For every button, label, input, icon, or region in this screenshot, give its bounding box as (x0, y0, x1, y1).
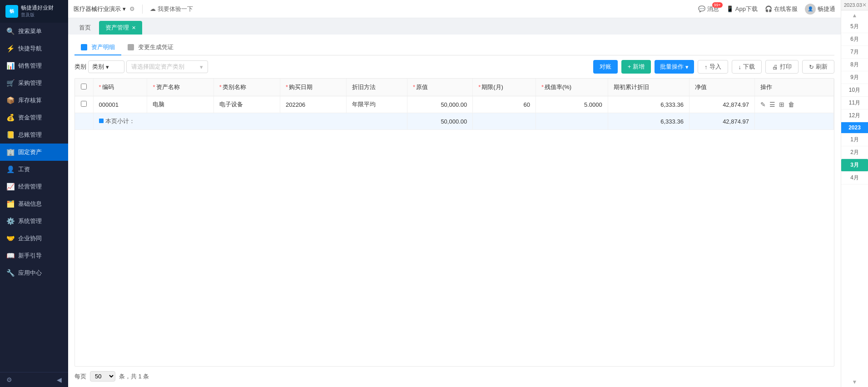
filter-select-box[interactable]: 类别 ▾ (88, 60, 124, 73)
sidebar-nav: 🔍搜索菜单⚡快捷导航📊销售管理🛒采购管理📦库存核算💰资金管理📒总账管理🏢固定资产… (0, 23, 68, 372)
settings-gear-icon[interactable]: ⚙ (129, 5, 135, 12)
subtotal-row: 本页小计： 50,000.00 6,333.36 42,874.97 (75, 113, 834, 130)
message-btn[interactable]: 💬 消息 99+ (698, 5, 719, 13)
filter-placeholder: 请选择固定资产类别 (131, 63, 184, 71)
sidebar-item-基础信息[interactable]: 🗂️基础信息 (0, 195, 68, 213)
cell-name: 电脑 (147, 96, 213, 113)
batch-btn[interactable]: 批量操作 ▾ (655, 60, 694, 74)
content-area: 资产明细 变更生成凭证 类别 类别 ▾ 请选择固定资产类别 ▾ (68, 35, 841, 387)
sidebar-item-企业协同[interactable]: 🤝企业协同 (0, 230, 68, 247)
tab-home[interactable]: 首页 (73, 21, 97, 35)
sidebar-header: 畅 畅捷通好业财 普及版 (0, 0, 68, 23)
user-name: 畅捷通 (818, 5, 835, 13)
sidebar-item-系统管理[interactable]: ⚙️系统管理 (0, 213, 68, 230)
subtotal-residual (536, 113, 608, 130)
sidebar-item-经营管理[interactable]: 📈经营管理 (0, 178, 68, 195)
select-all-checkbox[interactable] (81, 84, 87, 89)
scroll-down-arrow[interactable]: ▼ (841, 377, 868, 387)
subtotal-label: 本页小计： (93, 113, 407, 130)
calendar-month[interactable]: 1月 (841, 134, 868, 146)
nav-label: 新手引导 (18, 252, 42, 260)
topbar: 医疗器械行业演示 ▾ ⚙ ☁ 我要体验一下 💬 消息 99+ 📱 App下载 🎧… (68, 0, 841, 18)
calendar-year-label[interactable]: 2023 (841, 122, 868, 134)
edit-icon[interactable]: ✎ (760, 101, 766, 108)
calendar-month-prev[interactable]: 11月 (841, 97, 868, 109)
nav-icon: 📊 (6, 62, 15, 70)
app-download-btn[interactable]: 📱 App下载 (726, 5, 758, 13)
sidebar-item-销售管理[interactable]: 📊销售管理 (0, 57, 68, 74)
sidebar-item-库存核算[interactable]: 📦库存核算 (0, 92, 68, 109)
year-month-label: 2023.03 (844, 2, 862, 8)
cell-residual-rate: 5.0000 (536, 96, 608, 113)
online-service-btn[interactable]: 🎧 在线客服 (765, 5, 798, 13)
import-btn[interactable]: ↑ 导入 (698, 60, 728, 74)
download-btn[interactable]: ↓ 下载 (732, 60, 762, 74)
sidebar-item-工资[interactable]: 👤工资 (0, 161, 68, 178)
account-btn[interactable]: 对账 (593, 60, 618, 74)
per-page-select[interactable]: 50 100 200 (90, 371, 115, 382)
nav-icon: 🔍 (6, 27, 15, 35)
sidebar-item-固定资产[interactable]: 🏢固定资产 (0, 144, 68, 161)
calendar-month[interactable]: 2月 (841, 146, 868, 159)
tab-close-icon[interactable]: ✕ (132, 25, 136, 31)
sidebar-item-快捷导航[interactable]: ⚡快捷导航 (0, 40, 68, 57)
collapse-icon[interactable]: ◀ (57, 376, 62, 383)
filter-chevron-icon: ▾ (106, 64, 109, 70)
subtotal-original-value: 50,000.00 (407, 113, 473, 130)
calendar-month-prev[interactable]: 9月 (841, 71, 868, 84)
download-label: 下载 (743, 63, 755, 71)
sidebar-item-采购管理[interactable]: 🛒采购管理 (0, 74, 68, 92)
filter-select-label: 类别 (92, 63, 104, 71)
experience-btn[interactable]: ☁ 我要体验一下 (150, 5, 193, 13)
calendar-month-prev[interactable]: 6月 (841, 33, 868, 46)
nav-icon: ⚡ (6, 45, 15, 53)
header-name: *资产名称 (147, 79, 213, 96)
scroll-up-arrow[interactable]: ▲ (841, 10, 868, 20)
row-checkbox[interactable] (81, 101, 87, 107)
sidebar-item-总账管理[interactable]: 📒总账管理 (0, 126, 68, 144)
copy-icon[interactable]: ⊞ (779, 101, 784, 108)
filter-dropdown-box[interactable]: 请选择固定资产类别 ▾ (126, 60, 208, 73)
download-icon: 📱 (726, 5, 734, 12)
calendar-month-prev[interactable]: 10月 (841, 84, 868, 97)
calendar-month-prev[interactable]: 5月 (841, 20, 868, 33)
calendar-month-current[interactable]: 3月 (841, 159, 868, 172)
nav-icon: 💰 (6, 114, 15, 122)
cell-code: 000001 (93, 96, 147, 113)
header-operation: 操作 (754, 79, 833, 96)
refresh-btn[interactable]: ↻ 刷新 (802, 60, 834, 74)
print-btn[interactable]: 🖨 打印 (765, 60, 799, 74)
calendar-month-prev[interactable]: 8月 (841, 59, 868, 71)
calendar-month-prev[interactable]: 7月 (841, 46, 868, 59)
sidebar-item-应用中心[interactable]: 🔧应用中心 (0, 264, 68, 282)
pagination-bar: 每页 50 100 200 条，共 1 条 (74, 371, 834, 382)
nav-label: 搜索菜单 (18, 27, 42, 35)
tab-asset-management[interactable]: 资产管理 ✕ (99, 21, 142, 35)
add-btn[interactable]: + 新增 (621, 60, 651, 74)
panel-header-icons: ✕ ⤡ (862, 2, 868, 8)
company-selector[interactable]: 医疗器械行业演示 ▾ (74, 5, 126, 13)
tab-asset-label: 资产管理 (105, 24, 129, 32)
sidebar-item-资金管理[interactable]: 💰资金管理 (0, 109, 68, 126)
sidebar-item-新手引导[interactable]: 📖新手引导 (0, 247, 68, 264)
settings-icon[interactable]: ⚙ (6, 376, 12, 383)
calendar-month-prev[interactable]: 12月 (841, 109, 868, 122)
import-icon: ↑ (704, 64, 708, 70)
cell-purchase-date: 202206 (280, 96, 346, 113)
subtotal-period (473, 113, 536, 130)
refresh-icon: ↻ (809, 64, 814, 70)
detail-icon[interactable]: ☰ (769, 101, 775, 108)
delete-icon[interactable]: 🗑 (788, 101, 794, 108)
header-period: *期限(月) (473, 79, 536, 96)
panel-close-icon[interactable]: ✕ (862, 2, 867, 8)
user-area[interactable]: 👤 畅捷通 (805, 4, 835, 15)
sub-tab-asset-detail[interactable]: 资产明细 (74, 40, 121, 55)
nav-label: 工资 (18, 165, 30, 174)
main-area: 医疗器械行业演示 ▾ ⚙ ☁ 我要体验一下 💬 消息 99+ 📱 App下载 🎧… (68, 0, 841, 387)
calendar-month[interactable]: 4月 (841, 172, 868, 184)
header-depreciation-method: 折旧方法 (347, 79, 407, 96)
sub-tab-voucher[interactable]: 变更生成凭证 (121, 40, 180, 55)
table-body: 000001 电脑 电子设备 202206 年限平均 50,000.00 60 … (75, 96, 834, 130)
sidebar-item-搜索菜单[interactable]: 🔍搜索菜单 (0, 23, 68, 40)
cell-category: 电子设备 (213, 96, 280, 113)
